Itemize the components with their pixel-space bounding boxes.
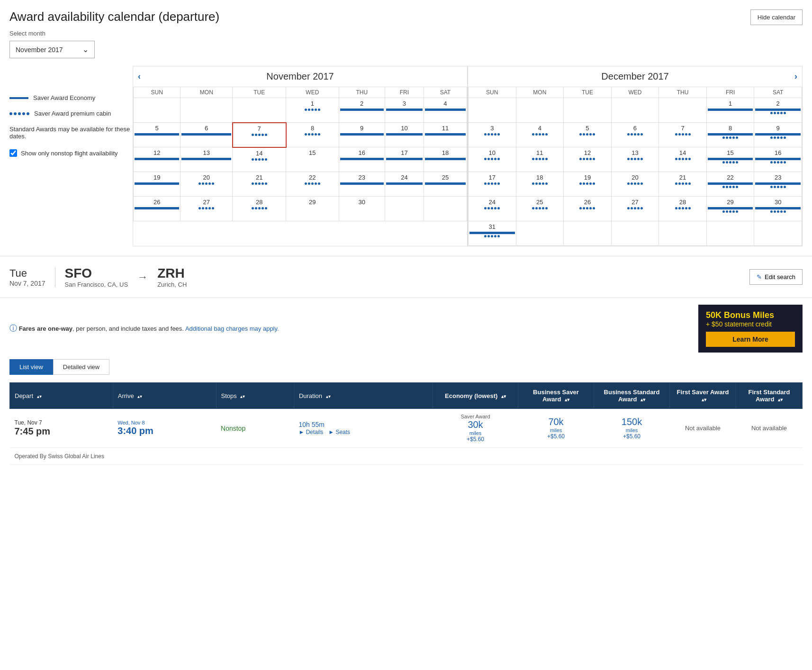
- bag-charges-link[interactable]: Additional bag charges may apply.: [185, 325, 279, 332]
- business-saver-fee: +$5.60: [523, 433, 589, 440]
- nonstop-checkbox[interactable]: [9, 149, 17, 157]
- calendar-day[interactable]: 6: [180, 123, 233, 147]
- calendar-day[interactable]: 18: [516, 172, 564, 197]
- calendar-day[interactable]: 4: [516, 123, 564, 147]
- calendar-day[interactable]: 7: [659, 123, 707, 147]
- calendar-day[interactable]: 27: [180, 197, 233, 221]
- calendar-day[interactable]: 25: [424, 172, 467, 197]
- calendar-day[interactable]: 5: [134, 123, 180, 147]
- calendar-day[interactable]: 17: [469, 172, 516, 197]
- calendar-day[interactable]: 28: [659, 197, 707, 221]
- calendar-day[interactable]: [424, 197, 467, 221]
- calendar-day[interactable]: 15: [286, 147, 339, 172]
- calendars-container: ‹ November 2017 SUNMONTUEWEDTHUFRISAT 12…: [133, 66, 803, 246]
- calendar-day[interactable]: 10: [385, 123, 424, 147]
- calendar-day[interactable]: 14: [233, 147, 286, 172]
- calendar-day[interactable]: 30: [339, 197, 385, 221]
- calendar-day[interactable]: 20: [180, 172, 233, 197]
- calendar-day[interactable]: [659, 98, 707, 123]
- next-month-button[interactable]: ›: [794, 72, 797, 81]
- detailed-view-tab[interactable]: Detailed view: [53, 359, 109, 375]
- calendar-day[interactable]: 22: [706, 172, 754, 197]
- calendar-day[interactable]: 31: [469, 221, 516, 246]
- calendar-day[interactable]: [611, 221, 659, 246]
- edit-search-button[interactable]: ✎ Edit search: [749, 269, 803, 285]
- calendar-day[interactable]: [706, 221, 754, 246]
- calendar-day[interactable]: 21: [233, 172, 286, 197]
- calendar-day[interactable]: 4: [424, 98, 467, 123]
- calendar-day[interactable]: 25: [516, 197, 564, 221]
- calendar-day[interactable]: 24: [469, 197, 516, 221]
- calendar-day[interactable]: 27: [611, 197, 659, 221]
- calendar-day[interactable]: [233, 98, 286, 123]
- calendar-day[interactable]: 3: [469, 123, 516, 147]
- calendar-day[interactable]: 5: [564, 123, 612, 147]
- calendar-day[interactable]: 24: [385, 172, 424, 197]
- calendar-day[interactable]: 30: [754, 197, 802, 221]
- col-arrive[interactable]: Arrive ▴▾: [113, 383, 216, 409]
- calendar-day[interactable]: 17: [385, 147, 424, 172]
- calendar-day[interactable]: 11: [424, 123, 467, 147]
- calendar-day[interactable]: 9: [339, 123, 385, 147]
- calendar-day[interactable]: [469, 98, 516, 123]
- calendar-day[interactable]: [516, 98, 564, 123]
- calendar-day[interactable]: 20: [611, 172, 659, 197]
- calendar-day[interactable]: 12: [564, 147, 612, 172]
- seats-link[interactable]: ► Seats: [328, 429, 350, 435]
- business-saver-miles: 70k: [523, 416, 589, 427]
- calendar-day[interactable]: 29: [286, 197, 339, 221]
- calendar-day[interactable]: 29: [706, 197, 754, 221]
- calendar-day[interactable]: 6: [611, 123, 659, 147]
- calendar-day[interactable]: 9: [754, 123, 802, 147]
- calendar-day[interactable]: 21: [659, 172, 707, 197]
- list-view-tab[interactable]: List view: [9, 359, 53, 375]
- calendar-day[interactable]: 10: [469, 147, 516, 172]
- calendar-day[interactable]: 2: [339, 98, 385, 123]
- calendar-day[interactable]: [564, 221, 612, 246]
- calendar-day[interactable]: [659, 221, 707, 246]
- calendar-day[interactable]: 3: [385, 98, 424, 123]
- calendar-day[interactable]: 13: [180, 147, 233, 172]
- calendar-day[interactable]: [180, 98, 233, 123]
- calendar-legend: Saver Award Economy Saver Award premium …: [9, 66, 133, 246]
- calendar-day[interactable]: 2: [754, 98, 802, 123]
- calendar-day[interactable]: 16: [754, 147, 802, 172]
- calendar-day[interactable]: 19: [564, 172, 612, 197]
- calendar-day[interactable]: [611, 98, 659, 123]
- calendar-day[interactable]: [754, 221, 802, 246]
- calendar-day[interactable]: 23: [339, 172, 385, 197]
- calendar-day[interactable]: 26: [134, 197, 180, 221]
- calendar-day[interactable]: 19: [134, 172, 180, 197]
- calendar-day[interactable]: 13: [611, 147, 659, 172]
- calendar-day[interactable]: 28: [233, 197, 286, 221]
- learn-more-button[interactable]: Learn More: [706, 332, 795, 347]
- prev-month-button[interactable]: ‹: [138, 72, 141, 81]
- calendar-day[interactable]: [516, 221, 564, 246]
- business-saver-sort-icon: ▴▾: [565, 397, 569, 402]
- calendar-day[interactable]: 12: [134, 147, 180, 172]
- hide-calendar-button[interactable]: Hide calendar: [750, 9, 803, 25]
- business-standard-miles: 150k: [599, 416, 665, 427]
- calendar-day[interactable]: 26: [564, 197, 612, 221]
- calendar-day[interactable]: 1: [706, 98, 754, 123]
- calendar-day[interactable]: [134, 98, 180, 123]
- col-stops[interactable]: Stops ▴▾: [216, 383, 294, 409]
- calendar-day[interactable]: 23: [754, 172, 802, 197]
- calendar-day[interactable]: [564, 98, 612, 123]
- calendar-day[interactable]: 16: [339, 147, 385, 172]
- calendar-day[interactable]: 8: [286, 123, 339, 147]
- month-dropdown[interactable]: November 2017 ⌄: [9, 41, 95, 58]
- calendar-day[interactable]: 8: [706, 123, 754, 147]
- calendar-day[interactable]: 22: [286, 172, 339, 197]
- calendar-day[interactable]: 14: [659, 147, 707, 172]
- calendar-day[interactable]: 1: [286, 98, 339, 123]
- col-depart[interactable]: Depart ▴▾: [10, 383, 113, 409]
- details-link[interactable]: ► Details: [298, 429, 323, 435]
- calendar-day[interactable]: 15: [706, 147, 754, 172]
- calendar-day[interactable]: 11: [516, 147, 564, 172]
- bonus-subtitle: + $50 statement credit: [706, 320, 795, 328]
- col-duration[interactable]: Duration ▴▾: [294, 383, 433, 409]
- calendar-day[interactable]: 18: [424, 147, 467, 172]
- calendar-day[interactable]: 7: [233, 123, 286, 147]
- calendar-day[interactable]: [385, 197, 424, 221]
